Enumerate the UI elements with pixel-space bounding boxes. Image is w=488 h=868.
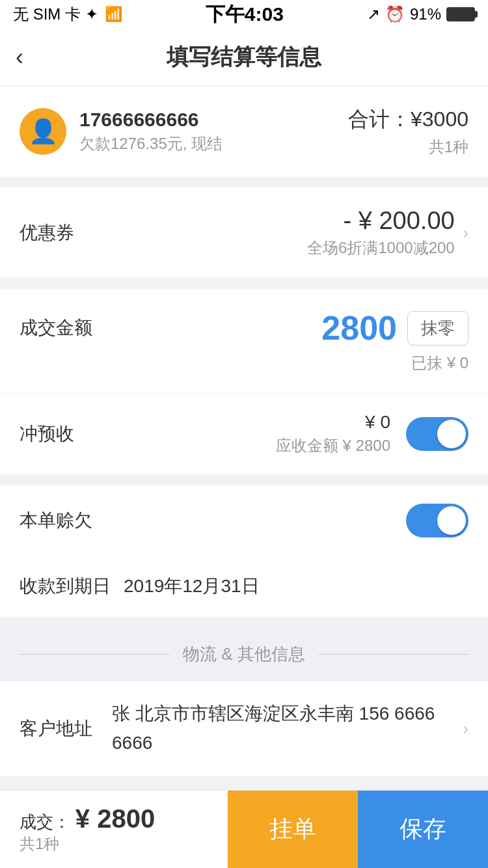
section-gap-2 (0, 475, 488, 485)
content: 👤 17666666666 欠款1276.35元, 现结 合计：¥3000 共1… (0, 86, 488, 854)
due-date-label: 收款到期日 (20, 574, 111, 599)
sim-label: 无 SIM 卡 ✦ (13, 4, 98, 25)
total-amount: 合计：¥3000 (348, 105, 468, 134)
coupon-sub: 全场6折满1000减200 (307, 237, 455, 258)
customer-sub: 欠款1276.35元, 现结 (79, 133, 223, 154)
prereceive-toggle[interactable] (406, 417, 468, 451)
address-chevron-icon: › (463, 718, 468, 739)
debit-toggle[interactable] (406, 504, 468, 537)
nav-bar: ‹ 填写结算等信息 (0, 29, 488, 86)
bottom-count: 共1种 (20, 834, 208, 854)
section-gap-1 (0, 278, 488, 289)
battery-label: 91% (410, 5, 441, 23)
status-bar: 无 SIM 卡 ✦ 📶 下午4:03 ↗ ⏰ 91% (0, 0, 488, 29)
customer-info: 17666666666 欠款1276.35元, 现结 (79, 109, 223, 154)
logistics-divider: 物流 & 其他信息 (0, 627, 488, 681)
section-gap-3 (0, 617, 488, 627)
deal-row: 成交金额 2800 抹零 (20, 308, 468, 347)
page-title: 填写结算等信息 (167, 42, 321, 72)
status-right: ↗ ⏰ 91% (367, 5, 475, 23)
bottom-bar: 成交： ¥ 2800 共1种 挂单 保存 (0, 790, 488, 868)
bottom-summary: 成交： ¥ 2800 共1种 (0, 804, 228, 854)
alarm-icon: ⏰ (385, 5, 405, 23)
save-label: 保存 (400, 813, 446, 845)
coupon-chevron-icon: › (463, 223, 468, 243)
divider-line-right (318, 654, 468, 655)
debit-label: 本单赊欠 (20, 508, 92, 533)
debit-toggle-knob (437, 506, 466, 535)
coupon-amount: - ¥ 200.00 (307, 207, 455, 235)
customer-card: 👤 17666666666 欠款1276.35元, 现结 合计：¥3000 共1… (0, 86, 488, 177)
prereceive-section: 冲预收 ¥ 0 应收金额 ¥ 2800 (0, 394, 488, 475)
deal-section: 成交金额 2800 抹零 已抹 ¥ 0 (0, 289, 488, 394)
coupon-right: - ¥ 200.00 全场6折满1000减200 › (307, 207, 468, 258)
avatar: 👤 (20, 108, 66, 155)
coupon-label: 优惠券 (20, 221, 74, 245)
customer-left: 👤 17666666666 欠款1276.35元, 现结 (20, 108, 223, 155)
prereceive-label: 冲预收 (20, 422, 74, 446)
wifi-icon: 📶 (105, 6, 122, 23)
round-button[interactable]: 抹零 (407, 311, 468, 346)
bottom-deal-label: 成交： (20, 812, 70, 832)
coupon-row[interactable]: 优惠券 - ¥ 200.00 全场6折满1000减200 › (0, 187, 488, 278)
bottom-amount: ¥ 2800 (75, 804, 155, 833)
deal-right: 2800 抹零 (321, 308, 468, 347)
prereceive-sub: 应收金额 ¥ 2800 (276, 435, 390, 456)
status-time: 下午4:03 (206, 1, 284, 28)
total-sub: 共1种 (348, 137, 468, 157)
status-left: 无 SIM 卡 ✦ 📶 (13, 4, 122, 25)
due-date-section: 收款到期日 2019年12月31日 (0, 556, 488, 617)
back-button[interactable]: ‹ (16, 44, 23, 71)
toggle-knob (437, 420, 466, 448)
battery-icon (446, 7, 475, 21)
deal-value: 2800 (321, 308, 397, 347)
customer-phone: 17666666666 (79, 109, 223, 131)
save-button[interactable]: 保存 (358, 791, 488, 869)
deal-sub: 已抹 ¥ 0 (20, 353, 468, 373)
customer-right: 合计：¥3000 共1种 (348, 105, 468, 157)
hang-label: 挂单 (269, 813, 316, 845)
hang-button[interactable]: 挂单 (228, 791, 358, 869)
address-label: 客户地址 (20, 716, 92, 741)
avatar-icon: 👤 (29, 118, 58, 145)
location-icon: ↗ (367, 5, 380, 23)
logistics-label: 物流 & 其他信息 (183, 643, 305, 666)
prereceive-info: ¥ 0 应收金额 ¥ 2800 (276, 412, 390, 456)
address-section[interactable]: 客户地址 张 北京市市辖区海淀区永丰南 156 6666 6666 › (0, 681, 488, 776)
due-date-value: 2019年12月31日 (124, 574, 260, 599)
address-value: 张 北京市市辖区海淀区永丰南 156 6666 6666 (112, 699, 463, 758)
deal-label: 成交金额 (20, 316, 92, 340)
divider-line-left (20, 654, 170, 655)
prereceive-amount: ¥ 0 (365, 412, 390, 433)
debit-section: 本单赊欠 (0, 485, 488, 556)
